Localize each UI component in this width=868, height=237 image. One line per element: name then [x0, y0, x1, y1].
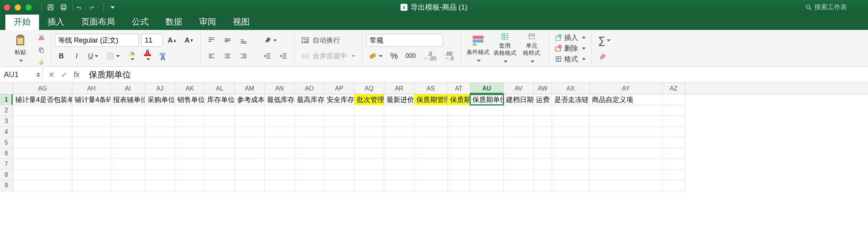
cell[interactable] [354, 159, 384, 170]
cell[interactable] [534, 148, 552, 159]
cell[interactable] [265, 180, 295, 191]
cell[interactable]: 是否走冻链 [552, 94, 590, 105]
tab-home[interactable]: 开始 [5, 13, 39, 30]
column-header[interactable]: AV [504, 83, 534, 94]
cell[interactable] [552, 127, 590, 137]
cell[interactable] [111, 170, 145, 180]
cell[interactable] [552, 170, 590, 180]
currency-button[interactable] [366, 49, 385, 63]
align-center-button[interactable] [221, 49, 234, 63]
cell[interactable] [13, 159, 72, 170]
formula-input[interactable]: 保质期单位 [85, 69, 868, 81]
decrease-font-button[interactable]: A▼ [182, 34, 197, 47]
percent-button[interactable]: % [388, 49, 401, 63]
cell[interactable] [534, 105, 552, 116]
cell[interactable] [384, 127, 414, 137]
tab-page-layout[interactable]: 页面布局 [73, 13, 123, 30]
phonetic-button[interactable]: abcA [156, 49, 169, 63]
conditional-format-button[interactable]: 条件格式 [465, 32, 491, 64]
cell[interactable] [662, 137, 685, 148]
cell[interactable] [448, 180, 470, 191]
cell[interactable] [111, 159, 145, 170]
cell[interactable] [414, 127, 448, 137]
cell[interactable] [414, 148, 448, 159]
cell[interactable] [72, 159, 111, 170]
cell[interactable] [205, 127, 235, 137]
cell[interactable] [295, 170, 324, 180]
cell[interactable] [145, 170, 175, 180]
close-window-button[interactable] [4, 4, 10, 11]
cell[interactable] [324, 148, 354, 159]
cell[interactable] [448, 170, 470, 180]
cell[interactable] [590, 127, 662, 137]
cell[interactable] [448, 127, 470, 137]
font-size-select[interactable] [141, 34, 163, 47]
cell[interactable] [534, 137, 552, 148]
cell[interactable] [175, 159, 205, 170]
cell[interactable] [72, 137, 111, 148]
column-header[interactable]: AO [295, 83, 324, 94]
cell[interactable] [265, 127, 295, 137]
cell[interactable] [175, 170, 205, 180]
cell[interactable] [448, 159, 470, 170]
cell[interactable] [175, 116, 205, 127]
search-box[interactable] [805, 3, 864, 11]
tab-data[interactable]: 数据 [157, 13, 191, 30]
minimize-window-button[interactable] [15, 4, 21, 11]
column-header[interactable]: AS [414, 83, 448, 94]
cell[interactable] [504, 116, 534, 127]
select-all-button[interactable] [0, 83, 13, 94]
customize-qat-button[interactable] [107, 2, 118, 13]
cell[interactable] [235, 148, 265, 159]
cell[interactable] [324, 137, 354, 148]
format-cells-button[interactable]: 格式 [553, 54, 588, 64]
cell[interactable] [295, 105, 324, 116]
cell[interactable] [145, 137, 175, 148]
cell[interactable] [552, 180, 590, 191]
column-header[interactable]: AY [590, 83, 662, 94]
maximize-window-button[interactable] [25, 4, 32, 11]
cell[interactable] [384, 105, 414, 116]
cell[interactable] [111, 148, 145, 159]
merge-center-button[interactable]: 合并后居中 [298, 49, 358, 63]
cell[interactable] [205, 137, 235, 148]
cell[interactable] [175, 180, 205, 191]
cell[interactable] [384, 159, 414, 170]
column-header[interactable]: AM [235, 83, 265, 94]
column-header[interactable]: AX [552, 83, 590, 94]
decrease-indent-button[interactable] [260, 49, 274, 63]
cell[interactable] [552, 137, 590, 148]
cell[interactable] [145, 127, 175, 137]
cell[interactable] [384, 180, 414, 191]
cell[interactable] [662, 180, 685, 191]
cell[interactable] [295, 159, 324, 170]
cell[interactable] [414, 170, 448, 180]
cell[interactable] [265, 105, 295, 116]
cell[interactable] [145, 180, 175, 191]
cell[interactable] [111, 105, 145, 116]
cell[interactable]: 保质期 [448, 94, 470, 105]
cell[interactable] [384, 170, 414, 180]
cell[interactable] [235, 170, 265, 180]
cell[interactable] [111, 116, 145, 127]
column-header[interactable]: AW [534, 83, 552, 94]
border-button[interactable] [103, 49, 123, 63]
cell[interactable] [662, 159, 685, 170]
cell[interactable] [235, 180, 265, 191]
wrap-text-button[interactable]: 自动换行 [298, 34, 343, 47]
cell[interactable] [205, 116, 235, 127]
cell[interactable] [72, 180, 111, 191]
row-header[interactable]: 7 [0, 159, 13, 170]
cell[interactable] [534, 180, 552, 191]
row-header[interactable]: 6 [0, 148, 13, 159]
align-middle-button[interactable] [221, 34, 234, 47]
cell[interactable] [414, 116, 448, 127]
align-left-button[interactable] [205, 49, 218, 63]
cell[interactable]: 运费 [534, 94, 552, 105]
decrease-decimal-button[interactable]: .00→.0 [441, 49, 457, 63]
cell[interactable] [590, 180, 662, 191]
save-button[interactable] [45, 2, 56, 13]
cell[interactable] [354, 137, 384, 148]
row-header[interactable]: 1 [0, 94, 13, 105]
cell[interactable] [470, 148, 504, 159]
